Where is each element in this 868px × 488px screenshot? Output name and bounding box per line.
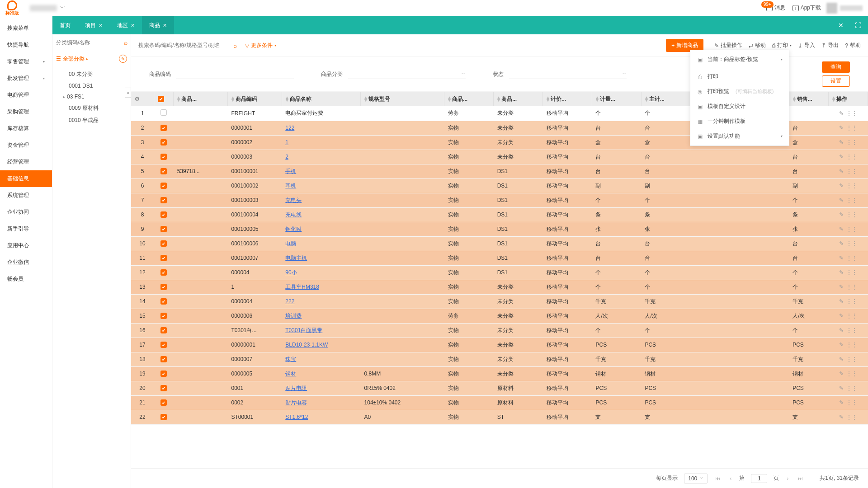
sort-icon[interactable]: ▴▾	[596, 97, 599, 101]
avatar[interactable]	[826, 3, 837, 14]
cell-name[interactable]: 工具车HM318	[282, 280, 360, 294]
toolbar-link[interactable]: ?帮助	[845, 42, 861, 49]
tree-node[interactable]: 0009 原材料	[56, 102, 127, 114]
last-page-button[interactable]: ⏭	[796, 475, 804, 482]
more-icon[interactable]: ⋮⋮	[846, 414, 857, 420]
more-icon[interactable]: ⋮⋮	[846, 284, 857, 290]
edit-icon[interactable]: ✎	[839, 139, 844, 145]
column-header[interactable]: ▴▾销售...	[789, 92, 828, 106]
row-checkbox[interactable]: ✔	[160, 371, 167, 377]
search-icon[interactable]: ⌕	[233, 42, 237, 49]
column-header[interactable]: ▴▾商品...	[174, 92, 228, 106]
prev-page-button[interactable]: ‹	[728, 475, 733, 482]
more-icon[interactable]: ⋮⋮	[846, 385, 857, 391]
row-checkbox[interactable]	[160, 109, 167, 116]
edit-icon[interactable]: ✎	[839, 313, 844, 319]
sort-icon[interactable]: ▴▾	[364, 97, 367, 101]
column-header[interactable]: ▴▾计量...	[592, 92, 641, 106]
row-checkbox[interactable]: ✔	[160, 168, 167, 174]
print-menu-item[interactable]: ▣模板自定义设计	[690, 99, 789, 114]
per-page-select[interactable]: 100 ﹀	[684, 474, 708, 483]
cell-name[interactable]: 耳机	[282, 178, 360, 193]
edit-icon[interactable]: ✎	[839, 414, 844, 420]
toolbar-link[interactable]: ⤓导入	[798, 42, 815, 49]
tree-node[interactable]: ▸03 FS1	[56, 91, 127, 102]
column-header[interactable]: ⚙	[131, 92, 154, 106]
more-icon[interactable]: ⋮⋮	[846, 298, 857, 305]
row-checkbox[interactable]: ✔	[160, 125, 167, 131]
sort-icon[interactable]: ▴▾	[286, 97, 288, 101]
row-checkbox[interactable]: ✔	[160, 385, 167, 391]
column-header[interactable]: ▴▾商品...	[444, 92, 494, 106]
org-selector[interactable]: ﹀	[30, 4, 65, 12]
edit-icon[interactable]: ✎	[839, 284, 844, 290]
sidebar-item[interactable]: 应用中心	[0, 237, 52, 254]
row-checkbox[interactable]: ✔	[160, 211, 167, 218]
table-row[interactable]: 17✔00000001BLD10-23-1.1KW实物未分类移动平均PCSPCS…	[131, 338, 868, 352]
edit-icon[interactable]: ✎	[839, 183, 844, 189]
edit-icon[interactable]: ✎	[839, 342, 844, 348]
edit-icon[interactable]: ✎	[839, 327, 844, 333]
cell-name[interactable]: 充电头	[282, 193, 360, 207]
collapse-tree-button[interactable]: «	[125, 88, 131, 98]
more-icon[interactable]: ⋮⋮	[846, 269, 857, 276]
row-checkbox[interactable]: ✔	[160, 284, 167, 290]
sidebar-item[interactable]: 零售管理▾	[0, 53, 52, 70]
filter-code-input[interactable]	[176, 69, 294, 79]
close-tab-button[interactable]: ✕	[835, 20, 846, 31]
next-page-button[interactable]: ›	[785, 475, 790, 482]
sidebar-item[interactable]: 库存核算	[0, 120, 52, 137]
sidebar-item[interactable]: 采购管理	[0, 103, 52, 120]
sidebar-item[interactable]: 搜索菜单	[0, 20, 52, 37]
fullscreen-button[interactable]: ⛶	[853, 20, 863, 31]
cell-name[interactable]: 电脑	[282, 236, 360, 251]
edit-icon[interactable]: ✎	[839, 168, 844, 174]
more-icon[interactable]: ⋮⋮	[846, 342, 857, 348]
row-checkbox[interactable]: ✔	[160, 240, 167, 247]
edit-icon[interactable]: ✎	[839, 371, 844, 377]
sidebar-item[interactable]: 畅会员	[0, 271, 52, 287]
table-row[interactable]: 16✔T0301白...T0301白面黑带实物未分类移动平均个个个✎⋮⋮	[131, 323, 868, 338]
toolbar-link[interactable]: ⎙打印▾	[772, 42, 792, 49]
cell-name[interactable]: 电脑主机	[282, 251, 360, 265]
cell-name[interactable]: 钢材	[282, 366, 360, 381]
table-row[interactable]: 6✔000100002耳机实物DS1移动平均副副副✎⋮⋮	[131, 178, 868, 193]
table-row[interactable]: 21✔0002贴片电容104±10% 0402实物原材料移动平均PCSPCSPC…	[131, 395, 868, 410]
table-row[interactable]: 12✔00000490小实物DS1移动平均个个个✎⋮⋮	[131, 265, 868, 280]
cell-name[interactable]: 2	[282, 150, 360, 164]
cell-name[interactable]: 钢化膜	[282, 222, 360, 236]
table-row[interactable]: 7✔000100003充电头实物DS1移动平均个个个✎⋮⋮	[131, 193, 868, 207]
column-header[interactable]: ▴▾商品...	[494, 92, 543, 106]
row-checkbox[interactable]: ✔	[160, 399, 167, 406]
row-checkbox[interactable]: ✔	[160, 298, 167, 305]
close-icon[interactable]: ✕	[131, 23, 135, 28]
more-icon[interactable]: ⋮⋮	[846, 356, 857, 362]
column-header[interactable]: ▴▾计价...	[543, 92, 592, 106]
row-checkbox[interactable]: ✔	[160, 154, 167, 160]
row-checkbox[interactable]: ✔	[160, 139, 167, 145]
more-icon[interactable]: ⋮⋮	[846, 110, 857, 117]
tree-node[interactable]: 0001 DS1	[56, 80, 127, 91]
print-current-template[interactable]: ▣ 当前：商品标签-预览 ▾	[690, 52, 789, 67]
table-row[interactable]: 13✔1工具车HM318实物未分类移动平均个个个✎⋮⋮	[131, 280, 868, 294]
column-header[interactable]: ▴▾操作	[828, 92, 868, 106]
tree-node[interactable]: 00 未分类	[56, 68, 127, 80]
query-button[interactable]: 查询	[822, 61, 850, 73]
search-input[interactable]	[138, 42, 229, 49]
close-icon[interactable]: ✕	[99, 23, 103, 28]
print-menu-item[interactable]: ▣设置默认功能▾	[690, 129, 789, 144]
table-row[interactable]: 11✔000100007电脑主机实物DS1移动平均台台台✎⋮⋮	[131, 251, 868, 265]
row-checkbox[interactable]: ✔	[160, 356, 167, 362]
sort-icon[interactable]: ▴▾	[645, 97, 648, 101]
cell-name[interactable]: ST1.6*12	[282, 410, 360, 424]
settings-button[interactable]: 设置	[822, 75, 850, 87]
sort-icon[interactable]: ▴▾	[547, 97, 549, 101]
sidebar-item[interactable]: 资金管理	[0, 137, 52, 154]
row-checkbox[interactable]: ✔	[160, 183, 167, 189]
row-checkbox[interactable]: ✔	[160, 197, 167, 203]
row-checkbox[interactable]: ✔	[160, 327, 167, 333]
cell-name[interactable]: 充电线	[282, 207, 360, 222]
row-checkbox[interactable]: ✔	[160, 342, 167, 348]
more-icon[interactable]: ⋮⋮	[846, 211, 857, 218]
sidebar-item[interactable]: 快捷导航	[0, 37, 52, 53]
